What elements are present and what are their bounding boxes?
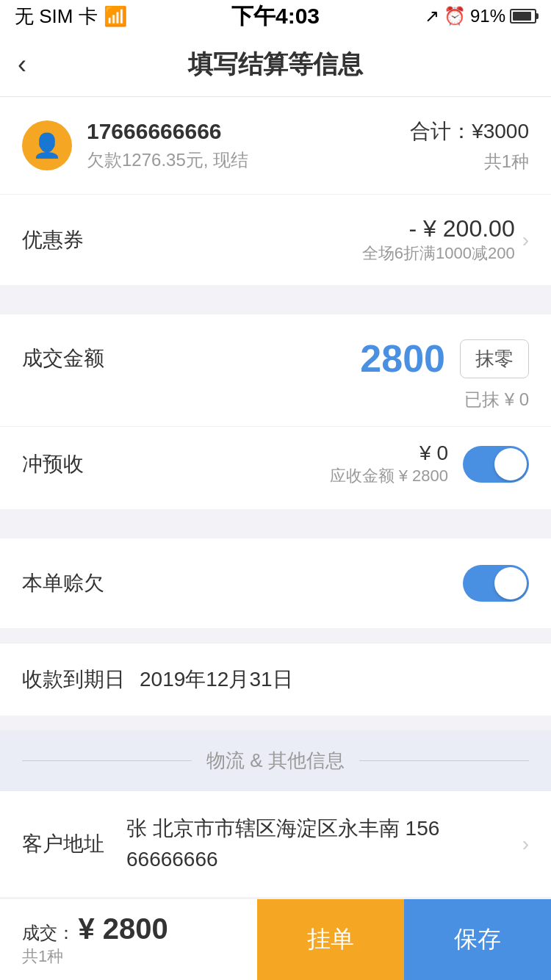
wifi-icon: 📶 xyxy=(104,5,127,28)
battery-icon xyxy=(510,9,536,24)
pre-collection-right: ¥ 0 应收金额 ¥ 2800 xyxy=(330,442,529,487)
user-debt: 欠款1276.35元, 现结 xyxy=(87,148,248,172)
user-phone: 17666666666 xyxy=(87,119,248,144)
pre-collection-label: 冲预收 xyxy=(22,450,84,478)
debt-label: 本单赊欠 xyxy=(22,569,104,597)
logistics-text: 物流 & 其他信息 xyxy=(192,748,359,774)
location-icon: ↗ xyxy=(425,6,439,26)
user-left: 👤 17666666666 欠款1276.35元, 现结 xyxy=(22,119,248,172)
carrier-text: 无 SIM 卡 xyxy=(15,4,98,29)
pre-amount: ¥ 0 xyxy=(330,442,448,465)
page-title: 填写结算等信息 xyxy=(188,48,363,82)
save-button[interactable]: 保存 xyxy=(404,899,551,980)
pre-collection-toggle[interactable] xyxy=(463,446,529,483)
bottom-count: 共1种 xyxy=(22,945,235,968)
address-value: 张 北京市市辖区海淀区永丰南 156 66666666 xyxy=(126,813,522,875)
user-info: 17666666666 欠款1276.35元, 现结 xyxy=(87,119,248,172)
status-right: ↗ ⏰ 91% xyxy=(425,6,536,26)
coupon-chevron-icon: › xyxy=(522,228,529,252)
coupon-desc: 全场6折满1000减200 xyxy=(362,242,515,264)
nav-bar: ‹ 填写结算等信息 xyxy=(0,32,551,97)
battery-percent: 91% xyxy=(470,6,505,26)
bottom-bar: 成交： ¥ 2800 共1种 挂单 保存 xyxy=(0,899,551,980)
amount-section: 成交金额 2800 抹零 已抹 ¥ 0 冲预收 ¥ 0 应收金额 ¥ 2800 xyxy=(0,314,551,509)
user-row: 👤 17666666666 欠款1276.35元, 现结 合计：¥3000 共1… xyxy=(0,97,551,194)
coupon-info: - ¥ 200.00 全场6折满1000减200 xyxy=(362,215,515,264)
toggle-knob xyxy=(494,448,527,480)
pre-sub: 应收金额 ¥ 2800 xyxy=(330,465,448,487)
hold-button[interactable]: 挂单 xyxy=(257,899,404,980)
section-gap-2 xyxy=(0,524,551,538)
address-label: 客户地址 xyxy=(22,830,104,858)
round-button[interactable]: 抹零 xyxy=(460,339,529,378)
debt-toggle-knob xyxy=(494,567,527,599)
debt-toggle[interactable] xyxy=(463,565,529,602)
address-chevron-icon: › xyxy=(522,832,529,856)
amount-label: 成交金额 xyxy=(22,345,104,372)
logistics-line-left xyxy=(22,760,192,761)
logistics-header: 物流 & 其他信息 xyxy=(0,730,551,791)
coupon-right: - ¥ 200.00 全场6折满1000减200 › xyxy=(362,215,529,264)
coupon-row[interactable]: 优惠券 - ¥ 200.00 全场6折满1000减200 › xyxy=(0,194,551,285)
due-date-label: 收款到期日 xyxy=(22,666,125,693)
amount-sub: 已抹 ¥ 0 xyxy=(0,388,551,426)
bottom-label-amount: 成交： ¥ 2800 xyxy=(22,912,235,945)
user-total: 合计：¥3000 共1种 xyxy=(410,118,529,173)
coupon-discount: - ¥ 200.00 xyxy=(362,215,515,242)
coupon-label: 优惠券 xyxy=(22,226,84,254)
status-left: 无 SIM 卡 📶 xyxy=(15,4,127,29)
due-date-row: 收款到期日 2019年12月31日 xyxy=(0,643,551,716)
section-gap-1 xyxy=(0,300,551,314)
alarm-icon: ⏰ xyxy=(444,6,466,26)
status-time: 下午4:03 xyxy=(231,1,320,32)
total-count: 共1种 xyxy=(410,150,529,173)
logistics-line-right xyxy=(359,760,529,761)
bottom-label: 成交： xyxy=(22,923,75,943)
bottom-amount: ¥ 2800 xyxy=(78,912,168,945)
amount-row: 成交金额 2800 抹零 xyxy=(0,314,551,388)
total-amount: 合计：¥3000 xyxy=(410,118,529,145)
address-row[interactable]: 客户地址 张 北京市市辖区海淀区永丰南 156 66666666 › xyxy=(0,791,551,897)
avatar-icon: 👤 xyxy=(32,131,62,159)
pre-amount-block: ¥ 0 应收金额 ¥ 2800 xyxy=(330,442,448,487)
bottom-summary: 成交： ¥ 2800 共1种 xyxy=(0,912,257,968)
back-button[interactable]: ‹ xyxy=(18,49,26,80)
avatar: 👤 xyxy=(22,120,72,170)
debt-row: 本单赊欠 xyxy=(0,538,551,628)
pre-collection-row: 冲预收 ¥ 0 应收金额 ¥ 2800 xyxy=(0,426,551,509)
due-date-value: 2019年12月31日 xyxy=(140,666,293,693)
amount-right: 2800 抹零 xyxy=(360,336,529,381)
user-section: 👤 17666666666 欠款1276.35元, 现结 合计：¥3000 共1… xyxy=(0,97,551,285)
amount-value: 2800 xyxy=(360,336,445,381)
status-bar: 无 SIM 卡 📶 下午4:03 ↗ ⏰ 91% xyxy=(0,0,551,32)
section-gap-3 xyxy=(0,716,551,730)
